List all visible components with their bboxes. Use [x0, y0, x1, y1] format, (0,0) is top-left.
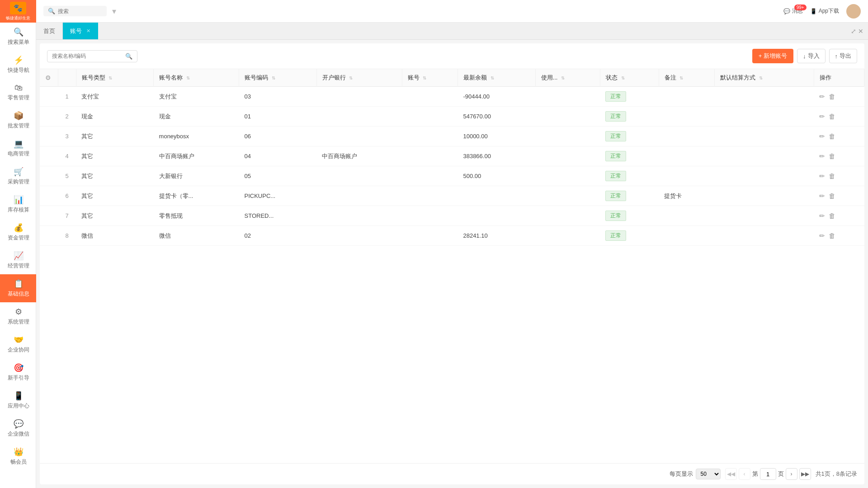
- sidebar-item-app-center[interactable]: 📱应用中心: [0, 386, 36, 414]
- edit-btn-2[interactable]: ✏: [819, 113, 825, 121]
- tab-bar: 首页 账号 ✕ ⤢ ✕: [36, 23, 868, 40]
- delete-btn-7[interactable]: 🗑: [829, 212, 835, 220]
- sidebar-item-search-menu[interactable]: 🔍搜索菜单: [0, 23, 36, 51]
- delete-btn-4[interactable]: 🗑: [829, 152, 835, 160]
- next-page-button[interactable]: ›: [786, 468, 797, 480]
- tab-home[interactable]: 首页: [36, 23, 63, 39]
- delete-btn-3[interactable]: 🗑: [829, 132, 835, 140]
- row-num-2: 2: [58, 107, 76, 127]
- export-label: 导出: [840, 52, 851, 60]
- sidebar-item-member[interactable]: 👑畅会员: [0, 442, 36, 470]
- edit-btn-3[interactable]: ✏: [819, 132, 825, 141]
- sidebar-label-ecommerce-mgmt: 电商管理: [8, 150, 29, 158]
- row-use-7: [535, 206, 600, 226]
- page-size-select[interactable]: 50 100 200: [696, 469, 721, 479]
- sidebar-item-inventory[interactable]: 📊库存核算: [0, 190, 36, 218]
- sidebar-item-basic-info[interactable]: 📋基础信息: [0, 274, 36, 302]
- status-badge-8: 正常: [605, 230, 626, 241]
- edit-btn-1[interactable]: ✏: [819, 93, 825, 101]
- row-use-3: [535, 127, 600, 146]
- row-actions-6: ✏ 🗑: [814, 186, 864, 206]
- table-row: 5 其它 大新银行 05 500.00 正常 ✏ 🗑: [40, 166, 864, 186]
- import-button[interactable]: ↓ 导入: [797, 49, 826, 63]
- tab-account[interactable]: 账号 ✕: [63, 23, 98, 39]
- delete-btn-2[interactable]: 🗑: [829, 113, 835, 120]
- first-page-button[interactable]: ◀◀: [725, 468, 737, 480]
- sidebar-item-new-user-guide[interactable]: 🎯新手引导: [0, 358, 36, 386]
- type-sort-icon: ⇅: [108, 75, 112, 80]
- delete-btn-8[interactable]: 🗑: [829, 232, 835, 239]
- header-search-box[interactable]: 🔍: [43, 6, 107, 16]
- delete-btn-6[interactable]: 🗑: [829, 192, 835, 200]
- tab-account-close[interactable]: ✕: [86, 28, 90, 34]
- sidebar-item-finance-mgmt[interactable]: 💰资金管理: [0, 218, 36, 246]
- table-settings-icon[interactable]: ⚙: [45, 74, 51, 81]
- row-settings-2: [40, 107, 58, 127]
- edit-btn-8[interactable]: ✏: [819, 232, 825, 240]
- col-account-header[interactable]: 账号 ⇅: [402, 69, 458, 87]
- row-account-6: [402, 186, 458, 206]
- col-balance-header[interactable]: 最新余额 ⇅: [458, 69, 535, 87]
- sidebar-item-quick-nav[interactable]: ⚡快捷导航: [0, 51, 36, 79]
- row-num-1: 1: [58, 87, 76, 107]
- prev-page-button[interactable]: ‹: [739, 468, 750, 480]
- sidebar-item-wholesale-mgmt[interactable]: 📦批发管理: [0, 106, 36, 134]
- delete-btn-1[interactable]: 🗑: [829, 93, 835, 100]
- content-search-icon[interactable]: 🔍: [125, 53, 132, 60]
- export-button[interactable]: ↑ 导出: [829, 49, 858, 63]
- sidebar-item-enterprise-wechat[interactable]: 💬企业微信: [0, 414, 36, 442]
- content-search-box[interactable]: 🔍: [47, 50, 137, 62]
- col-type-header[interactable]: 账号类型 ⇅: [76, 69, 154, 87]
- page-number-input[interactable]: [760, 468, 776, 480]
- row-remark-6: 提货卡: [659, 186, 714, 206]
- col-code-header[interactable]: 账号编码 ⇅: [239, 69, 317, 87]
- edit-btn-5[interactable]: ✏: [819, 172, 825, 180]
- edit-btn-4[interactable]: ✏: [819, 152, 825, 160]
- col-name-header[interactable]: 账号名称 ⇅: [154, 69, 239, 87]
- tab-expand-btn[interactable]: ⤢ ✕: [846, 23, 868, 39]
- add-account-button[interactable]: + 新增账号: [752, 49, 793, 63]
- sidebar-label-operations-mgmt: 经营管理: [8, 262, 29, 270]
- sidebar-item-operations-mgmt[interactable]: 📈经营管理: [0, 246, 36, 274]
- content-search-input[interactable]: [52, 53, 123, 59]
- col-status-header[interactable]: 状态 ⇅: [600, 69, 659, 87]
- header-app-download[interactable]: 📱 App下载: [810, 7, 839, 15]
- sidebar-item-enterprise-agreement[interactable]: 🤝企业协同: [0, 330, 36, 358]
- row-status-8: 正常: [600, 226, 659, 246]
- row-bank-2: [316, 107, 402, 127]
- sidebar-item-ecommerce-mgmt[interactable]: 💻电商管理: [0, 134, 36, 162]
- row-type-5: 其它: [76, 166, 154, 186]
- row-name-1: 支付宝: [154, 87, 239, 107]
- row-status-6: 正常: [600, 186, 659, 206]
- edit-btn-7[interactable]: ✏: [819, 212, 825, 220]
- app-logo: 🐾 畅捷通好生意: [0, 0, 36, 23]
- header-search-input[interactable]: [58, 8, 103, 14]
- col-num-header: [58, 69, 76, 87]
- sidebar-item-purchase-mgmt[interactable]: 🛒采购管理: [0, 162, 36, 190]
- user-avatar[interactable]: [846, 4, 861, 19]
- header-message[interactable]: 💬 消息 99+: [783, 7, 803, 15]
- row-status-5: 正常: [600, 166, 659, 186]
- col-default-settlement-header[interactable]: 默认结算方式 ⇅: [715, 69, 814, 87]
- sidebar-label-purchase-mgmt: 采购管理: [8, 178, 29, 186]
- account-sort-icon: ⇅: [423, 75, 426, 80]
- row-use-2: [535, 107, 600, 127]
- sidebar-item-system-mgmt[interactable]: ⚙系统管理: [0, 302, 36, 330]
- status-badge-2: 正常: [605, 111, 626, 122]
- sidebar-label-system-mgmt: 系统管理: [8, 318, 29, 326]
- sidebar-label-enterprise-agreement: 企业协同: [8, 346, 29, 354]
- row-actions-5: ✏ 🗑: [814, 166, 864, 186]
- sidebar-item-retail-mgmt[interactable]: 🛍零售管理: [0, 79, 36, 106]
- col-use-header[interactable]: 使用... ⇅: [535, 69, 600, 87]
- col-remark-header[interactable]: 备注 ⇅: [659, 69, 714, 87]
- col-settings-header[interactable]: ⚙: [40, 69, 58, 87]
- col-bank-header[interactable]: 开户银行 ⇅: [316, 69, 402, 87]
- row-use-6: [535, 186, 600, 206]
- header-dropdown-icon[interactable]: ▾: [112, 6, 116, 16]
- row-settlement-4: [715, 146, 814, 166]
- last-page-button[interactable]: ▶▶: [799, 468, 811, 480]
- row-remark-3: [659, 127, 714, 146]
- pagination-footer: 每页显示 50 100 200 ◀◀ ‹ 第 页 › ▶▶ 共1页，8条记录: [40, 463, 864, 484]
- delete-btn-5[interactable]: 🗑: [829, 172, 835, 180]
- edit-btn-6[interactable]: ✏: [819, 192, 825, 200]
